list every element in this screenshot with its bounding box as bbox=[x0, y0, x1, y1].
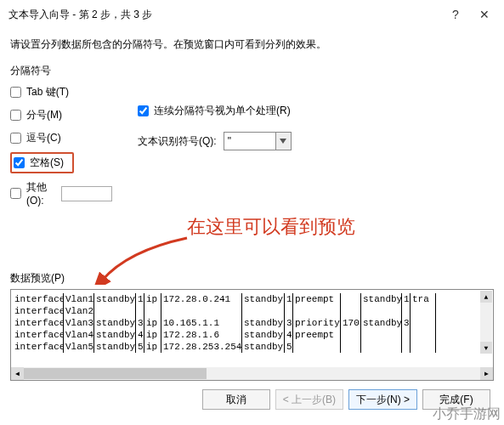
other-label: 其他(O): bbox=[26, 180, 54, 207]
preview-cell: preempt bbox=[293, 293, 341, 305]
preview-cell: ip bbox=[144, 317, 161, 329]
preview-cell: 3 bbox=[285, 317, 293, 329]
preview-cell: standby bbox=[361, 317, 402, 329]
chevron-down-icon[interactable] bbox=[275, 133, 291, 150]
space-label: 空格(S) bbox=[30, 156, 64, 170]
tab-checkbox[interactable] bbox=[10, 87, 21, 98]
other-checkbox[interactable] bbox=[10, 188, 21, 199]
space-checkbox-row[interactable]: 空格(S) bbox=[10, 152, 74, 173]
scroll-up-icon[interactable]: ▲ bbox=[480, 291, 492, 303]
semicolon-checkbox-row[interactable]: 分号(M) bbox=[10, 106, 112, 124]
preview-cell bbox=[285, 305, 293, 317]
close-icon: ✕ bbox=[479, 8, 490, 21]
back-button[interactable]: < 上一步(B) bbox=[275, 389, 343, 410]
preview-cell: Vlan5 bbox=[64, 341, 94, 353]
vscroll-track[interactable] bbox=[480, 303, 492, 342]
other-input[interactable] bbox=[61, 186, 112, 201]
preview-cell: 3 bbox=[402, 317, 411, 329]
other-checkbox-row[interactable]: 其他(O): bbox=[10, 178, 112, 208]
close-button[interactable]: ✕ bbox=[470, 5, 499, 24]
preview-cell: 4 bbox=[136, 329, 144, 341]
preview-cell bbox=[411, 317, 436, 329]
finish-button[interactable]: 完成(F) bbox=[422, 389, 490, 410]
hscroll-thumb[interactable] bbox=[24, 368, 207, 379]
preview-cell: 172.28.0.241 bbox=[161, 293, 242, 305]
preview-cell: Vlan2 bbox=[64, 305, 94, 317]
preview-row: interfaceVlan2 bbox=[13, 305, 491, 317]
preview-cell bbox=[341, 329, 361, 341]
titlebar: 文本导入向导 - 第 2 步，共 3 步 ? ✕ bbox=[0, 0, 504, 29]
hscroll-track[interactable] bbox=[24, 367, 480, 380]
wizard-dialog: 文本导入向导 - 第 2 步，共 3 步 ? ✕ 请设置分列数据所包含的分隔符号… bbox=[0, 0, 504, 425]
scroll-down-icon[interactable]: ▼ bbox=[480, 342, 492, 354]
preview-cell: 10.165.1.1 bbox=[161, 317, 242, 329]
preview-row: interfaceVlan4standby4ip172.28.1.6standb… bbox=[13, 329, 491, 341]
qualifier-row: 文本识别符号(Q): bbox=[138, 132, 292, 150]
window-title: 文本导入向导 - 第 2 步，共 3 步 bbox=[8, 8, 152, 22]
qualifier-label: 文本识别符号(Q): bbox=[138, 134, 217, 149]
preview-cell: standby bbox=[361, 293, 402, 305]
preview-cell: Vlan4 bbox=[64, 329, 94, 341]
preview-row: interfaceVlan1standby1ip172.28.0.241stan… bbox=[13, 293, 491, 305]
instruction-text: 请设置分列数据所包含的分隔符号。在预览窗口内可看到分列的效果。 bbox=[10, 37, 494, 52]
consecutive-checkbox-row[interactable]: 连续分隔符号视为单个处理(R) bbox=[138, 102, 292, 120]
preview-row: interfaceVlan3standby3ip10.165.1.1standb… bbox=[13, 317, 491, 329]
qualifier-combo[interactable] bbox=[224, 132, 292, 150]
scroll-left-icon[interactable]: ◀ bbox=[11, 367, 24, 380]
dialog-body: 请设置分列数据所包含的分隔符号。在预览窗口内可看到分列的效果。 分隔符号 Tab… bbox=[0, 29, 504, 425]
preview-cell: standby bbox=[242, 293, 285, 305]
consecutive-label: 连续分隔符号视为单个处理(R) bbox=[154, 104, 291, 118]
preview-cell: 170 bbox=[341, 317, 361, 329]
preview-cell: 4 bbox=[285, 329, 293, 341]
preview-cell: preempt bbox=[293, 329, 341, 341]
preview-cell: 1 bbox=[402, 293, 411, 305]
preview-content: interfaceVlan1standby1ip172.28.0.241stan… bbox=[11, 290, 493, 367]
delimiters-heading: 分隔符号 bbox=[10, 64, 494, 78]
preview-cell: Vlan3 bbox=[64, 317, 94, 329]
preview-cell bbox=[411, 329, 436, 341]
preview-cell bbox=[402, 305, 411, 317]
preview-cell: interface bbox=[13, 329, 64, 341]
space-checkbox[interactable] bbox=[14, 157, 25, 168]
preview-cell bbox=[402, 329, 411, 341]
preview-cell: standby bbox=[94, 293, 136, 305]
vertical-scrollbar[interactable]: ▲ ▼ bbox=[480, 291, 492, 354]
preview-cell bbox=[293, 341, 341, 353]
preview-cell: 1 bbox=[285, 293, 293, 305]
preview-cell: standby bbox=[242, 317, 285, 329]
preview-label: 数据预览(P) bbox=[10, 271, 494, 286]
scroll-right-icon[interactable]: ▶ bbox=[480, 367, 493, 380]
comma-checkbox[interactable] bbox=[10, 133, 21, 144]
comma-label: 逗号(C) bbox=[26, 131, 61, 145]
preview-cell: 172.28.1.6 bbox=[161, 329, 242, 341]
preview-cell: ip bbox=[144, 329, 161, 341]
semicolon-checkbox[interactable] bbox=[10, 110, 21, 121]
horizontal-scrollbar[interactable]: ◀ ▶ bbox=[11, 367, 493, 380]
preview-cell bbox=[361, 305, 402, 317]
preview-cell bbox=[411, 341, 436, 353]
preview-cell: standby bbox=[94, 317, 136, 329]
semicolon-label: 分号(M) bbox=[26, 108, 62, 122]
preview-cell: ip bbox=[144, 293, 161, 305]
preview-cell: 3 bbox=[136, 317, 144, 329]
preview-cell: 172.28.253.254 bbox=[161, 341, 242, 353]
preview-cell: priority bbox=[293, 317, 341, 329]
next-button[interactable]: 下一步(N) > bbox=[348, 389, 417, 410]
comma-checkbox-row[interactable]: 逗号(C) bbox=[10, 129, 112, 147]
consecutive-checkbox[interactable] bbox=[138, 105, 149, 116]
cancel-button[interactable]: 取消 bbox=[202, 389, 270, 410]
preview-cell: ip bbox=[144, 341, 161, 353]
preview-row: interfaceVlan5standby5ip172.28.253.254st… bbox=[13, 341, 491, 353]
preview-cell bbox=[144, 305, 161, 317]
qualifier-input[interactable] bbox=[224, 133, 275, 150]
help-button[interactable]: ? bbox=[441, 5, 470, 24]
preview-cell bbox=[402, 341, 411, 353]
button-row: 取消 < 上一步(B) 下一步(N) > 完成(F) bbox=[10, 381, 494, 418]
preview-cell bbox=[361, 341, 402, 353]
options-column: 连续分隔符号视为单个处理(R) 文本识别符号(Q): bbox=[138, 83, 292, 208]
preview-cell bbox=[293, 305, 341, 317]
preview-cell bbox=[411, 305, 436, 317]
preview-cell: interface bbox=[13, 293, 64, 305]
preview-cell: 5 bbox=[136, 341, 144, 353]
tab-checkbox-row[interactable]: Tab 键(T) bbox=[10, 83, 112, 101]
